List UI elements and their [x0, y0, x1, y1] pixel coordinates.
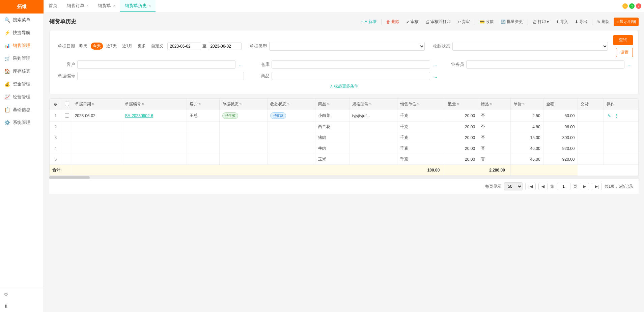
per-page-select[interactable]: 50 100	[504, 182, 523, 190]
sidebar-item-search-menu[interactable]: 🔍 搜索菜单	[0, 14, 44, 26]
tab-sales-history-close[interactable]: ×	[149, 4, 151, 8]
row-doc-number	[122, 143, 187, 154]
sidebar-bottom-settings[interactable]: ⚙	[0, 288, 44, 300]
col-customer[interactable]: 客户⇅	[187, 99, 219, 110]
warehouse-ellipsis[interactable]: ...	[432, 62, 439, 67]
show-detail-icon: ≡	[616, 20, 619, 24]
tab-sales-order-close[interactable]: ×	[86, 4, 88, 8]
date-range-inputs: 至	[167, 43, 242, 50]
refresh-button[interactable]: ↻ 刷新	[594, 18, 612, 26]
tab-sales-goods[interactable]: 销货单 ×	[93, 0, 120, 12]
sidebar-item-purchase-mgmt[interactable]: 🛒 采购管理	[0, 52, 44, 65]
review-button[interactable]: ✔ 审核	[403, 18, 421, 26]
warehouse-label: 仓库	[249, 61, 270, 68]
prev-page-button[interactable]: ◀	[538, 183, 548, 190]
row-spec-type: tyjyjtyjdf...	[349, 110, 397, 122]
customer-input[interactable]	[77, 60, 235, 69]
col-doc-status[interactable]: 单据状态⇅	[219, 99, 267, 110]
sidebar-item-finance[interactable]: 💰 资金管理	[0, 78, 44, 90]
row-customer	[187, 143, 219, 154]
tab-sales-goods-close[interactable]: ×	[113, 4, 115, 8]
row-checkbox[interactable]	[65, 113, 69, 118]
new-button[interactable]: ＋ + 新增	[357, 18, 379, 26]
print-button[interactable]: 🖨 打印 ▾	[530, 18, 552, 26]
select-all-checkbox[interactable]	[65, 102, 69, 106]
delete-button[interactable]: 🗑 删除	[384, 18, 402, 26]
col-doc-date[interactable]: 单据日期⇅	[72, 99, 122, 110]
sidebar-item-inventory[interactable]: 🏠 库存核算	[0, 65, 44, 78]
pill-yesterday[interactable]: 昨天	[77, 43, 89, 50]
batch-change-button[interactable]: 🔄 批量变更	[498, 18, 526, 26]
tab-sales-history[interactable]: 销货单历史 ×	[120, 0, 156, 12]
pill-today[interactable]: 今天	[91, 43, 103, 50]
row-amount: 920.00	[543, 143, 578, 154]
customer-ellipsis[interactable]: ...	[237, 62, 244, 67]
date-to-input[interactable]	[208, 43, 242, 50]
col-quantity[interactable]: 数量⇅	[445, 99, 478, 110]
window-minimize-button[interactable]: −	[622, 3, 628, 9]
date-from-input[interactable]	[167, 43, 201, 50]
goods-input[interactable]	[272, 72, 430, 80]
action-编辑[interactable]: ✎	[607, 113, 612, 118]
sidebar-item-basic-info[interactable]: 📋 基础信息	[0, 103, 44, 116]
filter-settings-button[interactable]: 设置	[616, 48, 633, 57]
col-goods[interactable]: 商品⇅	[315, 99, 349, 110]
doc-number-input[interactable]	[77, 72, 244, 80]
row-amount: 96.00	[543, 122, 578, 132]
pill-custom[interactable]: 自定义	[149, 43, 165, 50]
export-button[interactable]: ⬇ 导出	[572, 18, 590, 26]
abandon-button[interactable]: ↩ 弃审	[455, 18, 473, 26]
page-number-input[interactable]	[557, 183, 570, 190]
toolbar-divider-2	[475, 19, 475, 25]
action-更多[interactable]: ⋮	[613, 113, 619, 118]
first-page-button[interactable]: |◀	[525, 183, 535, 190]
pill-7days[interactable]: 近7天	[104, 43, 119, 50]
col-spec-type[interactable]: 规格型号⇅	[349, 99, 397, 110]
doc-type-select[interactable]	[269, 42, 425, 51]
pill-1month[interactable]: 近1月	[120, 43, 135, 50]
salesperson-input[interactable]	[466, 60, 624, 69]
sidebar-logo: 拓维	[0, 0, 44, 14]
sidebar-item-operations[interactable]: 📈 经营管理	[0, 90, 44, 103]
show-detail-button[interactable]: ≡ 显示明细	[614, 18, 639, 26]
row-amount: 50.00	[543, 110, 578, 122]
row-customer	[187, 154, 219, 165]
col-sales-unit[interactable]: 销售单位⇅	[397, 99, 445, 110]
import-button[interactable]: ⬆ 导入	[553, 18, 571, 26]
doc-number-link[interactable]: SA-20230602-6	[125, 113, 153, 118]
warehouse-input[interactable]	[272, 60, 430, 69]
review-print-button[interactable]: 🖨 审核并打印	[423, 18, 453, 26]
pill-more[interactable]: 更多	[136, 43, 148, 50]
collapse-filter-button[interactable]: ∧ 收起更多条件	[55, 83, 633, 89]
col-unit-price[interactable]: 单价⇅	[510, 99, 543, 110]
last-page-button[interactable]: ▶|	[592, 183, 602, 190]
salesperson-ellipsis[interactable]: ...	[626, 62, 633, 67]
row-sales-unit: 千克	[397, 143, 445, 154]
sidebar-bottom-pause[interactable]: ⏸	[0, 300, 44, 312]
collect-label: 收款	[486, 19, 494, 25]
row-gift: 否	[478, 132, 511, 143]
row-doc-date	[72, 154, 122, 165]
col-doc-number[interactable]: 单据编号⇅	[122, 99, 187, 110]
row-transaction	[578, 154, 604, 165]
next-page-button[interactable]: ▶	[580, 183, 589, 190]
col-settings[interactable]: ⚙	[50, 99, 62, 110]
tabs-bar: 首页 销售订单 × 销货单 × 销货单历史 × − □ ×	[44, 0, 644, 12]
payment-status-select[interactable]	[452, 42, 608, 51]
tab-sales-order[interactable]: 销售订单 ×	[62, 0, 93, 12]
horizontal-scrollbar[interactable]	[49, 176, 639, 179]
sidebar-item-quick-nav[interactable]: ⚡ 快捷导航	[0, 26, 44, 39]
query-button[interactable]: 查询	[613, 35, 633, 45]
salesperson-label: 业务员	[444, 61, 464, 68]
row-amount: 920.00	[543, 154, 578, 165]
window-maximize-button[interactable]: □	[629, 3, 635, 9]
window-close-button[interactable]: ×	[636, 3, 641, 9]
col-gift[interactable]: 赠品⇅	[478, 99, 511, 110]
row-actions	[604, 154, 638, 165]
goods-ellipsis[interactable]: ...	[432, 74, 439, 79]
collect-button[interactable]: 💳 收款	[477, 18, 497, 26]
sidebar-item-system-mgmt[interactable]: ⚙️ 系统管理	[0, 116, 44, 129]
tab-home[interactable]: 首页	[44, 0, 62, 12]
col-payment-status[interactable]: 收款状态⇅	[267, 99, 315, 110]
sidebar-item-sales-mgmt[interactable]: 📊 销售管理	[0, 39, 44, 52]
